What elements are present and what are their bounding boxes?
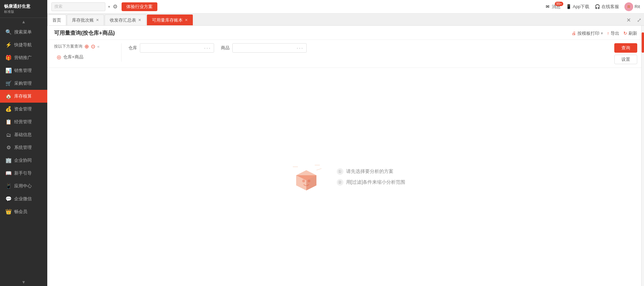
money-icon: 💰 [5, 106, 11, 112]
message-button[interactable]: ✉ 消息 99+ [546, 4, 561, 10]
warehouse-input[interactable]: ··· [140, 43, 214, 53]
warehouse-input-dots: ··· [204, 45, 211, 52]
close-tab-available-ledger[interactable]: ✕ [185, 18, 188, 22]
empty-tips: ① 请先选择要分析的方案 ② 用[过滤]条件来缩小分析范围 [337, 168, 406, 186]
chevron-down-icon[interactable]: ▾ [108, 4, 110, 9]
refresh-button[interactable]: ↻ 刷新 [623, 30, 637, 36]
page-title: 可用量查询(按仓库+商品) [54, 30, 115, 37]
sidebar-item-search[interactable]: 🔍 搜索菜单 [0, 26, 47, 38]
sidebar: 畅康通好生意 标准版 ▲ 🔍 搜索菜单 ⚡ 快捷导航 🎁 营销推广 📊 销售管理… [0, 0, 47, 286]
svg-point-3 [302, 180, 305, 182]
sidebar-item-appcenter[interactable]: 📱 应用中心 [0, 180, 47, 192]
sidebar-item-enterprise[interactable]: 🏢 企业协同 [0, 154, 47, 167]
sidebar-item-operations[interactable]: 📋 经营管理 [0, 115, 47, 128]
sidebar-item-finance[interactable]: 💰 资金管理 [0, 103, 47, 115]
product-input[interactable]: ··· [232, 43, 307, 53]
expand-icon[interactable]: ⤢ [634, 15, 644, 25]
right-scrollbar [641, 26, 644, 286]
empty-illustration [286, 157, 327, 197]
filter-scheme-item-warehouse-product[interactable]: ◎ 仓库+商品 [54, 52, 117, 62]
warehouse-label: 仓库 [128, 45, 137, 51]
logo-sub: 标准版 [4, 9, 43, 14]
app-download-label: App下载 [573, 4, 589, 10]
clipboard-icon: 📋 [5, 119, 11, 125]
scrollbar-thumb[interactable] [642, 32, 644, 53]
export-button[interactable]: ↑ 导出 [607, 30, 620, 36]
sidebar-item-shortcut[interactable]: ⚡ 快捷导航 [0, 38, 47, 51]
topbar-search[interactable]: 搜索 [51, 2, 105, 11]
sidebar-item-purchase[interactable]: 🛒 采购管理 [0, 77, 47, 90]
scheme-item-label: 仓库+商品 [63, 54, 83, 60]
sidebar-item-label: 应用中心 [14, 183, 32, 189]
sidebar-item-newbie[interactable]: 📖 新手引导 [0, 167, 47, 180]
sidebar-item-system[interactable]: ⚙ 系统管理 [0, 141, 47, 154]
sidebar-nav: 🔍 搜索菜单 ⚡ 快捷导航 🎁 营销推广 📊 销售管理 🛒 采购管理 🏠 库存核… [0, 26, 47, 278]
sidebar-item-label: 基础信息 [14, 132, 32, 138]
sidebar-item-inventory[interactable]: 🏠 库存核算 [0, 90, 47, 103]
print-template-button[interactable]: 🖨 按模板打印 ▾ [572, 30, 603, 36]
close-tab-receive-summary[interactable]: ✕ [138, 18, 141, 22]
filter-actions: 查询 设置 [614, 43, 637, 64]
page-header: 可用量查询(按仓库+商品) 🖨 按模板打印 ▾ ↑ 导出 ↻ 刷新 [47, 26, 644, 40]
sidebar-item-label: 畅会员 [14, 209, 27, 215]
tab-home[interactable]: 首页 [47, 15, 66, 25]
tip-text-1: 请先选择要分析的方案 [346, 168, 393, 175]
query-button[interactable]: 查询 [614, 43, 637, 53]
shortcut-icon: ⚡ [5, 42, 11, 48]
svg-point-4 [308, 180, 310, 182]
service-icon: 🎧 [595, 4, 600, 9]
empty-tip-1: ① 请先选择要分析的方案 [337, 168, 406, 175]
filter-scheme-header: 按以下方案查询 ⊕ ⊙ « [54, 43, 117, 50]
message-badge: 99+ [555, 2, 563, 6]
print-chevron-icon[interactable]: ▾ [601, 31, 603, 36]
sidebar-scroll-up[interactable]: ▲ [0, 18, 47, 26]
close-all-tabs-button[interactable]: ✕ [623, 15, 634, 25]
sidebar-scroll-down[interactable]: ▼ [0, 278, 47, 286]
sidebar-item-member[interactable]: 👑 畅会员 [0, 205, 47, 218]
sidebar-item-marketing[interactable]: 🎁 营销推广 [0, 51, 47, 64]
topbar-right: ✉ 消息 99+ 📱 App下载 🎧 在线客服 R Rit [546, 2, 640, 11]
sidebar-item-label: 营销推广 [14, 55, 32, 61]
message-icon: ✉ [546, 4, 549, 9]
sidebar-item-label: 经营管理 [14, 119, 32, 125]
gear-icon: ⚙ [5, 145, 11, 151]
enterprise-icon: 🏢 [5, 157, 11, 163]
tab-available-ledger-label: 可用量库存账本 [152, 17, 183, 23]
chart-icon: 📊 [5, 68, 11, 74]
add-scheme-icon[interactable]: ⊕ [84, 43, 89, 50]
tab-available-ledger[interactable]: 可用量库存账本 ✕ [147, 15, 193, 25]
trial-industry-button[interactable]: 体验行业方案 [122, 2, 157, 11]
filter-scheme-label: 按以下方案查询 [54, 44, 82, 49]
settings-icon[interactable]: ⚙ [113, 3, 118, 10]
app-download-button[interactable]: 📱 App下载 [566, 4, 589, 10]
sidebar-item-sales[interactable]: 📊 销售管理 [0, 64, 47, 77]
sidebar-item-basic[interactable]: 🗂 基础信息 [0, 128, 47, 141]
sidebar-item-corpwechat[interactable]: 💬 企业微信 [0, 192, 47, 205]
mobile-icon: 📱 [5, 183, 11, 189]
phone-icon: 📱 [566, 4, 571, 9]
user-menu[interactable]: R Rit [624, 2, 640, 11]
topbar: 搜索 ▾ ⚙ 体验行业方案 ✉ 消息 99+ 📱 App下载 🎧 在线客服 R … [47, 0, 644, 14]
tab-batch-account-label: 库存批次账 [72, 17, 94, 23]
page-header-actions: 🖨 按模板打印 ▾ ↑ 导出 ↻ 刷新 [572, 30, 638, 36]
sidebar-item-label: 库存核算 [14, 93, 32, 99]
product-label: 商品 [221, 45, 230, 51]
online-service-button[interactable]: 🎧 在线客服 [595, 4, 619, 10]
gift-icon: 🎁 [5, 55, 11, 61]
sidebar-item-label: 快捷导航 [14, 42, 32, 48]
folder-icon: 🗂 [5, 132, 11, 138]
tab-batch-account[interactable]: 库存批次账 ✕ [67, 15, 104, 25]
collapse-icon[interactable]: « [97, 44, 100, 49]
close-tab-batch-account[interactable]: ✕ [96, 18, 99, 22]
tip-text-2: 用[过滤]条件来缩小分析范围 [346, 179, 406, 185]
refresh-label: 刷新 [628, 30, 637, 36]
sidebar-item-label: 系统管理 [14, 145, 32, 151]
search-placeholder: 搜索 [54, 4, 62, 9]
sidebar-item-label: 搜索菜单 [14, 29, 32, 35]
setting-button[interactable]: 设置 [614, 55, 637, 64]
logo-title: 畅康通好生意 [4, 3, 43, 9]
product-input-dots: ··· [297, 45, 304, 52]
tab-receive-summary[interactable]: 收发存汇总表 ✕ [105, 15, 146, 25]
print-icon: 🖨 [572, 31, 576, 36]
settings-scheme-icon[interactable]: ⊙ [91, 43, 95, 50]
